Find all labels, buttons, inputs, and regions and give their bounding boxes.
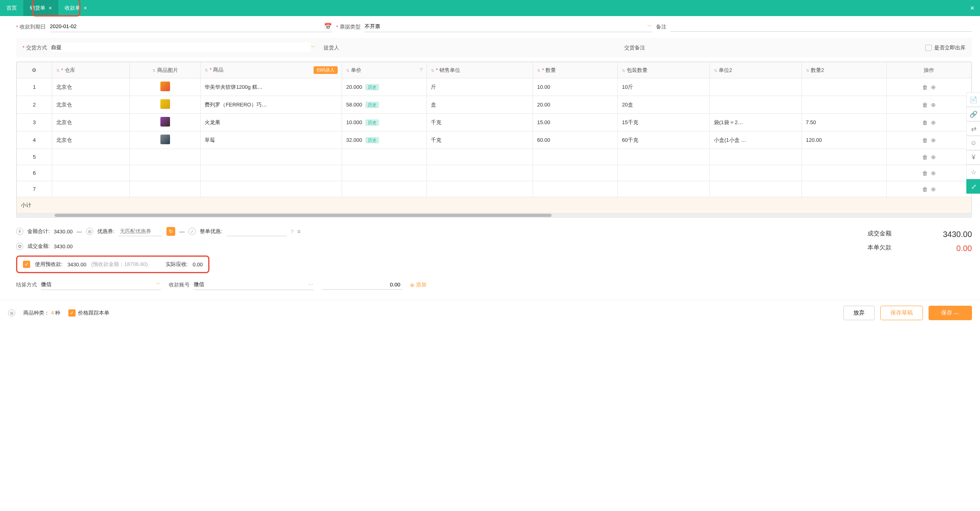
cell-unit[interactable]: 斤 xyxy=(427,78,533,96)
cell-price[interactable]: 10.000 历史 xyxy=(342,114,427,131)
delete-icon[interactable]: 🗑 xyxy=(922,154,928,160)
side-expand-icon[interactable]: ⤢ xyxy=(966,179,980,194)
sort-icon[interactable]: ⇅ xyxy=(346,68,349,73)
copy-icon[interactable]: ⊕ xyxy=(931,137,936,143)
cell-product[interactable] xyxy=(201,149,342,165)
cell-warehouse[interactable]: 北京仓 xyxy=(52,96,130,114)
cell-qty[interactable] xyxy=(533,165,618,181)
cell-price[interactable] xyxy=(342,181,427,197)
info-icon[interactable]: ? xyxy=(420,67,422,73)
chevron-down-icon[interactable]: ﹀ xyxy=(311,44,316,51)
cell-qty2[interactable] xyxy=(802,78,886,96)
delivery-method-input[interactable] xyxy=(51,43,311,52)
cell-product[interactable]: 火龙果 xyxy=(201,114,342,131)
abandon-button[interactable]: 放弃 xyxy=(843,306,875,320)
cell-unit2[interactable] xyxy=(710,181,802,197)
tab-sales[interactable]: 销货单 × xyxy=(23,0,58,16)
settle-account-input[interactable] xyxy=(194,280,308,289)
tab-receipt[interactable]: 收款单 × xyxy=(58,0,93,16)
sort-icon[interactable]: ⇅ xyxy=(622,68,625,73)
copy-icon[interactable]: ⊕ xyxy=(931,170,936,176)
table-row[interactable]: 2北京仓费列罗（FERRERO）巧…58.000 历史盒20.0020盒🗑⊕ xyxy=(17,96,972,114)
header-sale-unit[interactable]: ⇅*销售单位 xyxy=(427,62,533,78)
cell-product[interactable] xyxy=(201,181,342,197)
cell-pack[interactable]: 10斤 xyxy=(618,78,710,96)
table-row[interactable]: 5🗑⊕ xyxy=(17,149,972,165)
side-link-icon[interactable]: 🔗 xyxy=(966,107,980,121)
history-badge[interactable]: 历史 xyxy=(365,137,379,143)
cell-unit[interactable]: 千克 xyxy=(427,131,533,149)
cell-unit2[interactable]: 小盒(1小盒 … xyxy=(710,131,802,149)
refresh-icon[interactable]: ↻ xyxy=(166,227,175,236)
order-discount-input[interactable] xyxy=(226,227,287,236)
chevron-down-icon[interactable]: ﹀ xyxy=(647,23,652,30)
history-badge[interactable]: 历史 xyxy=(365,102,379,108)
cell-warehouse[interactable] xyxy=(52,165,130,181)
settle-account-select[interactable]: ⋯ xyxy=(194,280,314,290)
header-product[interactable]: ⇅*商品扫码录入 xyxy=(201,62,342,78)
cell-price[interactable]: 58.000 历史 xyxy=(342,96,427,114)
tab-home[interactable]: 首页 xyxy=(0,0,23,16)
delete-icon[interactable]: 🗑 xyxy=(922,170,928,176)
cell-pack[interactable]: 20盒 xyxy=(618,96,710,114)
cell-qty2[interactable] xyxy=(802,165,886,181)
header-warehouse[interactable]: ⇅*仓库 xyxy=(52,62,130,78)
cell-qty[interactable] xyxy=(533,181,618,197)
panel-close-icon[interactable]: × xyxy=(964,4,980,12)
cell-unit[interactable] xyxy=(427,165,533,181)
cell-pack[interactable]: 15千克 xyxy=(618,114,710,131)
cell-price[interactable]: 20.000 历史 xyxy=(342,78,427,96)
cell-qty[interactable]: 20.00 xyxy=(533,96,618,114)
sort-icon[interactable]: ⇅ xyxy=(152,68,156,73)
cell-product[interactable]: 草莓 xyxy=(201,131,342,149)
table-row[interactable]: 7🗑⊕ xyxy=(17,181,972,197)
cell-price[interactable] xyxy=(342,149,427,165)
cell-pack[interactable] xyxy=(618,149,710,165)
cell-image[interactable] xyxy=(130,149,201,165)
save-draft-button[interactable]: 保存草稿 xyxy=(880,306,923,320)
sort-icon[interactable]: ⇅ xyxy=(205,68,208,72)
checkbox-checked-icon[interactable]: ✓ xyxy=(23,261,30,268)
cell-image[interactable] xyxy=(130,96,201,114)
header-pack-qty[interactable]: ⇅包装数量 xyxy=(618,62,710,78)
close-icon[interactable]: × xyxy=(84,5,87,11)
cell-qty2[interactable] xyxy=(802,181,886,197)
sort-icon[interactable]: ⇅ xyxy=(714,68,717,73)
side-person-icon[interactable]: ☺ xyxy=(966,136,980,150)
cell-warehouse[interactable] xyxy=(52,181,130,197)
cell-qty2[interactable]: 120.00 xyxy=(802,131,886,149)
delete-icon[interactable]: 🗑 xyxy=(922,137,928,143)
immediate-out-checkbox[interactable]: 是否立即出库 xyxy=(925,44,966,51)
cell-qty[interactable]: 60.00 xyxy=(533,131,618,149)
cell-unit[interactable] xyxy=(427,149,533,165)
close-icon[interactable]: × xyxy=(49,5,52,11)
remark-input[interactable] xyxy=(670,22,972,32)
pay-due-input[interactable] xyxy=(50,22,324,31)
cell-unit[interactable]: 盒 xyxy=(427,96,533,114)
side-swap-icon[interactable]: ⇄ xyxy=(966,121,980,136)
cell-pack[interactable]: 60千克 xyxy=(618,131,710,149)
price-track-checkbox[interactable]: ✓ 价格跟踪本单 xyxy=(68,309,109,317)
cell-qty[interactable]: 15.00 xyxy=(533,114,618,131)
cell-unit2[interactable] xyxy=(710,165,802,181)
doc-type-input[interactable] xyxy=(365,22,647,31)
cell-qty2[interactable]: 7.50 xyxy=(802,114,886,131)
cell-image[interactable] xyxy=(130,181,201,197)
cell-warehouse[interactable]: 北京仓 xyxy=(52,131,130,149)
cell-unit[interactable] xyxy=(427,181,533,197)
table-row[interactable]: 4北京仓草莓32.000 历史千克60.0060千克小盒(1小盒 …120.00… xyxy=(17,131,972,149)
cell-image[interactable] xyxy=(130,165,201,181)
cell-unit2[interactable] xyxy=(710,149,802,165)
copy-icon[interactable]: ⊕ xyxy=(931,102,936,108)
history-badge[interactable]: 历史 xyxy=(365,84,379,90)
settle-method-select[interactable]: ﹀ xyxy=(41,280,161,290)
sort-icon[interactable]: ⇅ xyxy=(431,68,434,73)
cell-product[interactable]: 华美华夫软饼1200g 糕… xyxy=(201,78,342,96)
cell-unit2[interactable]: 袋(1袋 ≈ 2… xyxy=(710,114,802,131)
side-money-icon[interactable]: ¥ xyxy=(966,150,980,165)
pay-due-input-wrap[interactable]: 📅 xyxy=(50,22,332,32)
sort-icon[interactable]: ⇅ xyxy=(56,68,59,73)
more-icon[interactable]: ⋯ xyxy=(308,281,314,287)
header-gear[interactable]: ⚙ xyxy=(17,62,52,78)
save-button[interactable]: 保存 ︿ xyxy=(929,306,972,320)
